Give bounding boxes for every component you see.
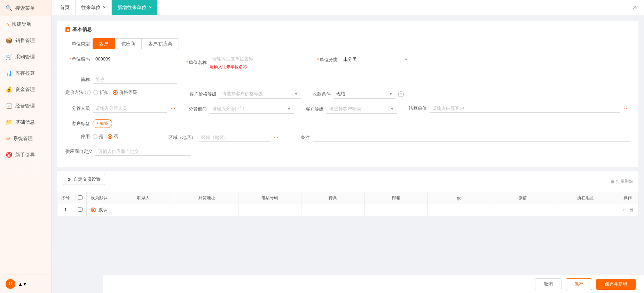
close-new-partner-tab-icon[interactable]: ✕ (149, 5, 152, 10)
phone-input[interactable] (242, 207, 298, 212)
remark-input[interactable] (313, 133, 630, 142)
payment-terms-label: 收款条件 (306, 91, 331, 97)
save-and-new-button[interactable]: 保存并新增 (596, 279, 636, 290)
sidebar-item-inventory[interactable]: 📊 库存核算 (0, 65, 51, 81)
customer-level-select[interactable]: 请选择客户等级 ▼ (327, 104, 397, 114)
contact-table: 序号 设为默认 联系人 到货地址 电话号码 传真 邮箱 qq 微信 所在地区 操… (57, 192, 638, 216)
remark-label: 备注 (285, 135, 310, 141)
custom-settings-button[interactable]: ⚙ 自定义项设置 (63, 174, 105, 185)
cell-address[interactable] (175, 204, 238, 216)
col-phone: 电话号码 (238, 192, 301, 204)
cell-phone[interactable] (238, 204, 301, 216)
header-checkbox[interactable] (78, 195, 83, 200)
sidebar-item-operations[interactable]: 📋 经营管理 (0, 98, 51, 114)
unit-code-input[interactable] (93, 55, 177, 63)
short-name-input[interactable] (93, 75, 177, 84)
wechat-input[interactable] (495, 207, 550, 212)
unit-type-buttons: 客户 供应商 客户/供应商 (93, 38, 179, 49)
unit-category-select[interactable]: 未分类 ▼ (340, 55, 411, 64)
address-input[interactable] (179, 207, 234, 212)
row-checkbox[interactable] (78, 207, 83, 212)
sidebar-item-purchase[interactable]: 🛒 采购管理 (0, 49, 51, 65)
add-tag-button[interactable]: + 标签 (93, 119, 112, 128)
add-row-icon[interactable]: ＋ (621, 207, 626, 213)
sidebar-item-quick-nav[interactable]: ⌂ 快捷导航 (0, 16, 51, 32)
qq-input[interactable] (431, 207, 487, 212)
fax-input[interactable] (305, 207, 361, 212)
tab-bar: 首页 往来单位 ✕ 新增往来单位 ✕ ✕ (52, 0, 644, 15)
tab-new-partner[interactable]: 新增往来单位 ✕ (112, 0, 158, 15)
unit-name-group: *单位名称 请输入往来单位名称 (182, 55, 308, 70)
search-icon: 🔍 (6, 5, 13, 11)
unit-type-label: 单位类型 (65, 41, 90, 47)
sidebar-item-guide[interactable]: 🎯 新手引导 (0, 147, 51, 163)
settlement-input[interactable] (430, 104, 620, 113)
manager-row: 分管人员 ··· 分管部门 请输入分管部门 ▼ 客户等级 请选择客户等级 ▼ (65, 104, 630, 114)
row-region-input[interactable] (558, 207, 613, 212)
region-input[interactable] (198, 133, 270, 142)
tags-row: 客户标签 + 标签 (65, 119, 630, 128)
unit-name-input[interactable] (210, 55, 308, 63)
tab-home[interactable]: 首页 (54, 0, 76, 15)
tab-partner[interactable]: 往来单位 ✕ (76, 0, 112, 15)
radio-discount[interactable]: 折扣 (93, 89, 109, 96)
sidebar-item-sales[interactable]: 📦 销售管理 (0, 32, 51, 49)
cell-default: 默认 (86, 204, 112, 216)
cell-email[interactable] (364, 204, 427, 216)
manager-more-icon[interactable]: ··· (170, 105, 177, 112)
manager-input[interactable] (93, 104, 167, 113)
payment-help-icon[interactable]: ? (398, 91, 404, 97)
cell-wechat[interactable] (491, 204, 554, 216)
section-icon: ■ (65, 27, 70, 32)
sidebar-item-search[interactable]: 🔍 搜索菜单 (0, 0, 51, 16)
close-partner-tab-icon[interactable]: ✕ (103, 5, 106, 10)
delete-row-icon[interactable]: 🗑 (629, 207, 634, 213)
sidebar-item-system[interactable]: ⚙ 系统管理 (0, 130, 51, 147)
radio-disable-yes[interactable]: 是 (93, 133, 103, 140)
radio-price-level-circle (113, 90, 118, 95)
cell-qq[interactable] (428, 204, 491, 216)
supplier-custom-input[interactable] (95, 147, 191, 156)
type-btn-customer[interactable]: 客户 (93, 38, 115, 49)
window-close-button[interactable]: ✕ (628, 4, 641, 11)
sidebar-item-finance[interactable]: 💰 资金管理 (0, 81, 51, 98)
disable-radio-group: 是 否 (93, 133, 118, 140)
default-radio[interactable]: 默认 (90, 207, 108, 213)
department-select[interactable]: 请输入分管部门 ▼ (210, 104, 294, 114)
avatar: U (6, 279, 15, 289)
department-label: 分管部门 (182, 106, 207, 112)
section-title: ■ 基本信息 (65, 26, 630, 33)
radio-discount-circle (93, 90, 98, 95)
type-btn-supplier[interactable]: 供应商 (115, 38, 142, 49)
department-group: 分管部门 请输入分管部门 ▼ (182, 104, 294, 114)
save-button[interactable]: 保存 (566, 278, 592, 290)
bottom-action-bar: 取消 保存 保存并新增 (103, 275, 644, 293)
cancel-button[interactable]: 取消 (535, 278, 561, 290)
settlement-more-icon[interactable]: ··· (623, 105, 630, 112)
cell-contact[interactable] (112, 204, 175, 216)
cell-region[interactable] (554, 204, 617, 216)
customer-price-level-select[interactable]: 请选择客户价格等级 ▼ (219, 89, 301, 99)
sidebar-item-basic[interactable]: 📁 基础信息 (0, 114, 51, 130)
type-btn-both[interactable]: 客户/供应商 (142, 38, 179, 49)
radio-price-level[interactable]: 价格等级 (113, 89, 137, 96)
cell-fax[interactable] (301, 204, 364, 216)
col-default: 设为默认 (86, 192, 112, 204)
unit-category-group: *单位分类 未分类 ▼ (313, 55, 411, 64)
region-more-icon[interactable]: ··· (273, 135, 280, 141)
email-input[interactable] (368, 207, 424, 212)
customer-level-group: 客户等级 请选择客户等级 ▼ (299, 104, 397, 114)
tags-group: 客户标签 + 标签 (65, 119, 630, 128)
batch-delete-button[interactable]: 🗑 批量删除 (611, 174, 633, 189)
payment-terms-select[interactable]: 现结 ▼ (333, 89, 395, 99)
pricing-help-icon[interactable]: ? (85, 90, 91, 95)
system-icon: ⚙ (6, 135, 10, 142)
disable-label: 停用 (65, 133, 90, 140)
radio-disable-yes-circle (93, 134, 97, 139)
contact-input[interactable] (116, 207, 171, 212)
radio-dot (114, 91, 116, 93)
short-name-label: 简称 (65, 76, 90, 83)
radio-disable-no[interactable]: 否 (108, 133, 118, 140)
table-actions: ⚙ 自定义项设置 🗑 批量删除 (57, 171, 638, 192)
manager-group: 分管人员 ··· (65, 104, 177, 113)
